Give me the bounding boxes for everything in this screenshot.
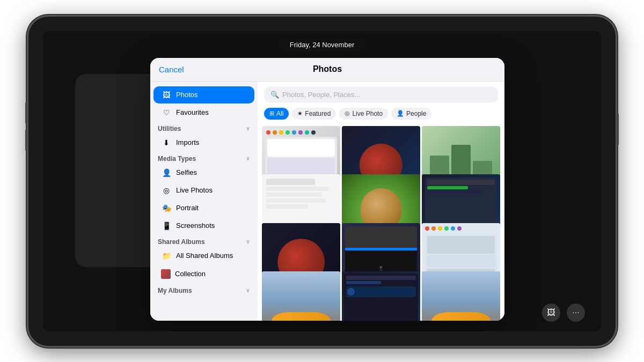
filter-people[interactable]: 👤 People: [391, 108, 431, 120]
sidebar-favourites-label: Favourites: [176, 108, 209, 116]
volume-up-button[interactable]: [25, 102, 27, 124]
utilities-section-header: Utilities ∨: [150, 122, 258, 134]
search-bar-wrap: 🔍 Photos, People, Places...: [258, 82, 504, 106]
shared-albums-section-header: Shared Albums ∨: [150, 235, 258, 247]
bottom-icons: 🖼 ···: [542, 304, 585, 322]
sidebar-item-photos[interactable]: 🖼 Photos: [153, 86, 254, 104]
status-bar-date: Friday, 24 November: [290, 41, 354, 49]
live-photos-icon: ◎: [161, 186, 172, 195]
star-icon: ★: [297, 110, 303, 117]
sidebar-item-portrait[interactable]: 🎭 Portrait: [153, 200, 254, 217]
cancel-button[interactable]: Cancel: [159, 65, 184, 74]
shared-albums-chevron: ∨: [246, 238, 250, 245]
selfies-icon: 👤: [161, 168, 172, 177]
live-icon: ◎: [345, 110, 350, 117]
photos-bottom-icon[interactable]: 🖼: [542, 304, 560, 322]
photo-cell-11[interactable]: [342, 271, 420, 321]
sidebar-imports-label: Imports: [176, 138, 199, 146]
collection-icon: [161, 269, 171, 279]
photo-cell-10[interactable]: 4:54: [262, 271, 340, 321]
search-bar[interactable]: 🔍 Photos, People, Places...: [264, 87, 498, 102]
sidebar-item-all-shared[interactable]: 📁 All Shared Albums: [153, 247, 254, 264]
favourites-icon: ♡: [161, 108, 172, 117]
power-button[interactable]: [617, 113, 619, 145]
all-shared-icon: 📁: [161, 252, 172, 260]
my-albums-section-header: My Albums ∨: [150, 284, 258, 295]
media-types-chevron: ∨: [246, 155, 250, 162]
sidebar-photos-label: Photos: [176, 91, 197, 99]
sidebar-item-collection[interactable]: Collection: [153, 265, 254, 283]
filter-featured[interactable]: ★ Featured: [292, 108, 336, 120]
my-albums-chevron: ∨: [246, 287, 250, 294]
search-placeholder: Photos, People, Places...: [282, 91, 360, 99]
utilities-chevron: ∨: [246, 125, 250, 132]
sidebar-item-favourites[interactable]: ♡ Favourites: [153, 104, 254, 121]
sidebar: 🖼 Photos ♡ Favourites Utilities ∨ ⬇: [150, 82, 258, 321]
color-dots-2: [425, 226, 462, 231]
modal-header: Cancel Photos: [150, 58, 504, 82]
sidebar-selfies-label: Selfies: [176, 168, 197, 176]
utilities-label: Utilities: [158, 125, 181, 132]
ipad-frame: ⊕ ADD WIDGET Friday, 24 November 🖼 ··· C…: [27, 15, 617, 348]
imports-icon: ⬇: [161, 138, 172, 147]
status-bar: Friday, 24 November: [279, 38, 365, 51]
ipad-screen: ⊕ ADD WIDGET Friday, 24 November 🖼 ··· C…: [43, 31, 601, 331]
my-albums-label: My Albums: [158, 287, 192, 294]
content-area: 🔍 Photos, People, Places... ⊞ All ★ Feat…: [258, 82, 504, 321]
screenshots-icon: 📱: [161, 221, 172, 230]
search-icon: 🔍: [270, 91, 279, 99]
photo-grid: 5:02: [258, 124, 504, 321]
shared-albums-label: Shared Albums: [158, 238, 205, 246]
media-types-label: Media Types: [158, 155, 196, 162]
sidebar-portrait-label: Portrait: [176, 204, 199, 212]
photo-cell-12[interactable]: 4:53: [422, 271, 500, 321]
sidebar-collection-label: Collection: [175, 270, 206, 278]
volume-down-button[interactable]: [25, 129, 27, 151]
sidebar-item-imports[interactable]: ⬇ Imports: [153, 134, 254, 151]
sidebar-item-screenshots[interactable]: 📱 Screenshots: [153, 217, 254, 234]
all-grid-icon: ⊞: [269, 110, 274, 117]
portrait-icon: 🎭: [161, 204, 172, 212]
filter-live-photo[interactable]: ◎ Live Photo: [339, 108, 388, 120]
modal-body: 🖼 Photos ♡ Favourites Utilities ∨ ⬇: [150, 82, 504, 321]
sidebar-item-selfies[interactable]: 👤 Selfies: [153, 164, 254, 181]
people-icon: 👤: [397, 110, 404, 117]
photos-icon: 🖼: [161, 91, 172, 99]
sidebar-live-photos-label: Live Photos: [176, 186, 213, 194]
sidebar-all-shared-label: All Shared Albums: [176, 252, 233, 260]
filter-row: ⊞ All ★ Featured ◎ Live Photo 👤: [258, 106, 504, 124]
media-types-section-header: Media Types ∨: [150, 152, 258, 164]
color-dots-1: [266, 130, 316, 135]
modal-title: Photos: [313, 64, 342, 74]
sidebar-item-live-photos[interactable]: ◎ Live Photos: [153, 182, 254, 199]
more-bottom-icon[interactable]: ···: [567, 304, 585, 322]
filter-all[interactable]: ⊞ All: [264, 108, 289, 120]
photos-modal: Cancel Photos 🖼 Photos ♡ Favourites: [150, 58, 504, 321]
sidebar-screenshots-label: Screenshots: [176, 221, 215, 230]
